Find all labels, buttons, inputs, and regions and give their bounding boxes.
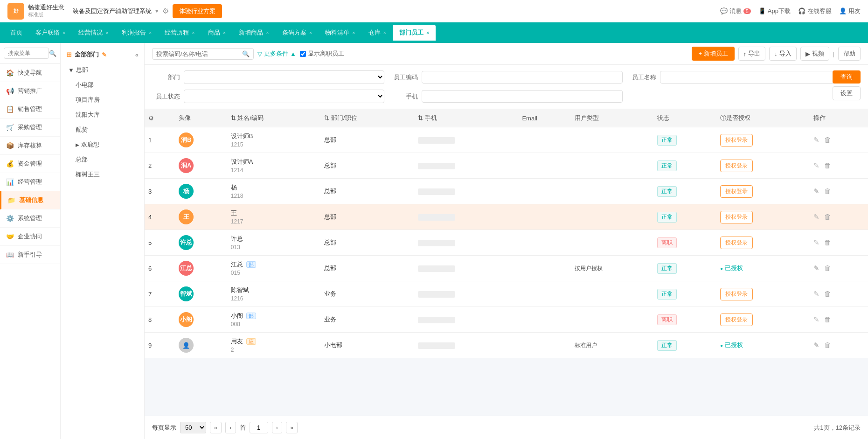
sidebar-item-shortcut[interactable]: 🏠 快捷导航 [0, 64, 60, 82]
sidebar-item-collab[interactable]: 🤝 企业协同 [0, 228, 60, 246]
sidebar-item-basic[interactable]: 📁 基础信息 [0, 191, 60, 209]
export-button[interactable]: ↑ 导出 [738, 47, 766, 61]
col-dept[interactable]: ⇅ 部门/职位 [320, 109, 414, 127]
close-icon[interactable]: × [383, 30, 386, 35]
col-phone[interactable]: ⇅ 手机 [414, 109, 518, 127]
close-icon[interactable]: × [352, 30, 355, 35]
show-resign-check[interactable]: 显示离职员工 [300, 49, 344, 58]
last-page-btn[interactable]: » [286, 422, 298, 433]
phone-input[interactable] [422, 90, 622, 103]
view-button[interactable]: ▶ 视频 [800, 47, 829, 61]
delete-icon[interactable]: 🗑 [824, 264, 831, 272]
close-icon[interactable]: × [192, 30, 194, 35]
settings-icon[interactable]: ⚙ [148, 115, 154, 122]
delete-icon[interactable]: 🗑 [824, 315, 831, 323]
dept-edit-icon[interactable]: ✎ [102, 51, 107, 58]
sidebar-item-purchase[interactable]: 🛒 采购管理 [0, 118, 60, 137]
next-page-btn[interactable]: › [272, 422, 282, 433]
sidebar-item-mgmt[interactable]: 📊 经营管理 [0, 173, 60, 191]
delete-icon[interactable]: 🗑 [824, 290, 831, 298]
delete-icon[interactable]: 🗑 [824, 187, 831, 195]
delete-icon[interactable]: 🗑 [824, 161, 831, 169]
auth-button[interactable]: 授权登录 [720, 211, 753, 223]
dept-collapse-icon[interactable]: « [135, 51, 139, 58]
search-icon[interactable]: 🔍 [242, 50, 250, 57]
sidebar-item-marketing[interactable]: 📢 营销推广 [0, 82, 60, 100]
tab-new-goods[interactable]: 新增商品× [232, 25, 275, 41]
auth-button[interactable]: 授权登录 [720, 185, 753, 198]
search-input[interactable] [156, 50, 240, 57]
emp-status-select[interactable] [184, 90, 384, 103]
delete-icon[interactable]: 🗑 [824, 238, 831, 246]
close-icon[interactable]: × [266, 30, 269, 35]
emp-code-input[interactable] [422, 71, 622, 84]
close-icon[interactable]: × [105, 30, 108, 35]
delete-icon[interactable]: 🗑 [824, 136, 831, 144]
close-icon[interactable]: × [223, 30, 226, 35]
user-btn[interactable]: 👤 用友 [839, 7, 861, 15]
emp-name-input[interactable] [660, 71, 861, 84]
message-btn[interactable]: 💬 消息 5 [720, 7, 751, 15]
sidebar-item-inventory[interactable]: 📦 库存核算 [0, 137, 60, 155]
show-resign-checkbox[interactable] [300, 51, 306, 57]
edit-icon[interactable]: ✎ [813, 264, 819, 272]
per-page-select[interactable]: 50 100 [180, 422, 206, 433]
tab-customer[interactable]: 客户联络× [29, 25, 72, 41]
import-button[interactable]: ↓ 导入 [769, 47, 797, 61]
prev-page-btn[interactable]: ‹ [225, 422, 236, 433]
set-button[interactable]: 设置 [833, 86, 861, 100]
settings-icon[interactable]: ⚙ [162, 7, 169, 15]
edit-icon[interactable]: ✎ [813, 290, 819, 298]
add-employee-button[interactable]: + 新增员工 [692, 47, 734, 61]
tab-warehouse[interactable]: 仓库× [362, 25, 393, 41]
tab-employees[interactable]: 部门员工× [393, 25, 436, 41]
edit-icon[interactable]: ✎ [813, 187, 819, 195]
tab-home[interactable]: 首页 [4, 25, 29, 41]
auth-button[interactable]: 授权登录 [720, 314, 753, 326]
sidebar-item-sales[interactable]: 📋 销售管理 [0, 100, 60, 118]
sidebar-item-guide[interactable]: 📖 新手引导 [0, 246, 60, 264]
tab-barcode[interactable]: 条码方案× [276, 25, 319, 41]
filter-btn[interactable]: ▽ 更多条件 ▲ [257, 49, 296, 58]
close-icon[interactable]: × [309, 30, 312, 35]
dept-item-peihuo[interactable]: 配货 [64, 122, 144, 137]
edit-icon[interactable]: ✎ [813, 161, 819, 169]
delete-icon[interactable]: 🗑 [824, 213, 831, 221]
auth-button[interactable]: 授权登录 [720, 160, 753, 172]
tab-history[interactable]: 经营历程× [158, 25, 201, 41]
edit-icon[interactable]: ✎ [813, 315, 819, 323]
dept-select[interactable] [184, 70, 384, 84]
col-name[interactable]: ⇅ 姓名/编码 [227, 109, 321, 127]
dept-item-shuanglu[interactable]: ▶ 双鹿想 [64, 137, 144, 152]
app-download-btn[interactable]: 📱 App下载 [758, 7, 791, 15]
tab-bom[interactable]: 物料清单× [319, 25, 361, 41]
sidebar-search-input[interactable] [4, 48, 49, 59]
dept-item-zongbu[interactable]: 总部 [64, 152, 144, 167]
auth-button[interactable]: 授权登录 [720, 288, 753, 300]
sidebar-item-finance[interactable]: 💰 资金管理 [0, 155, 60, 173]
page-input[interactable] [250, 422, 268, 433]
online-service-btn[interactable]: 🎧 在线客服 [798, 7, 832, 15]
dept-item-shenyang[interactable]: 沈阳大库 [64, 107, 144, 122]
close-icon[interactable]: × [426, 30, 429, 35]
edit-icon[interactable]: ✎ [813, 136, 819, 144]
edit-icon[interactable]: ✎ [813, 213, 819, 221]
auth-button[interactable]: 授权登录 [720, 237, 753, 249]
dept-item-xiaodibu[interactable]: 小电部 [64, 77, 144, 92]
query-button[interactable]: 查询 [833, 70, 861, 84]
trial-button[interactable]: 体验行业方案 [173, 4, 222, 18]
auth-button[interactable]: 授权登录 [720, 134, 753, 146]
sidebar-item-system[interactable]: ⚙️ 系统管理 [0, 209, 60, 228]
close-icon[interactable]: × [62, 30, 65, 35]
tab-profit[interactable]: 利润报告× [115, 25, 158, 41]
tab-goods[interactable]: 商品× [201, 25, 232, 41]
edit-icon[interactable]: ✎ [813, 341, 819, 349]
col-settings[interactable]: ⚙ [145, 109, 175, 127]
first-page-btn[interactable]: « [210, 422, 222, 433]
close-icon[interactable]: × [149, 30, 152, 35]
delete-icon[interactable]: 🗑 [824, 341, 831, 349]
tab-operation[interactable]: 经营情况× [72, 25, 115, 41]
dept-item-tuoshu[interactable]: 椭树王三 [64, 167, 144, 182]
dropdown-icon[interactable]: ▾ [155, 7, 159, 14]
dept-item-0[interactable]: ▼ 总部 [61, 63, 144, 77]
